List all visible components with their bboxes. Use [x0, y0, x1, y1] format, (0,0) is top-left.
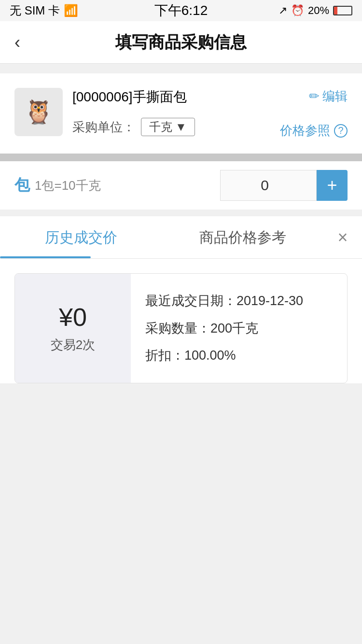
price-reference-button[interactable]: 价格参照 ?	[280, 122, 348, 139]
product-unit-row: 采购单位： 千克 ▼	[72, 118, 195, 136]
product-actions: ✏ 编辑 价格参照 ?	[280, 88, 348, 139]
history-card: ¥0 交易2次 最近成交日期：2019-12-30 采购数量：200千克 折扣：…	[14, 273, 348, 383]
price-ref-info-icon: ?	[334, 124, 348, 138]
tab-history-price[interactable]: 历史成交价	[0, 216, 162, 259]
battery-bar	[333, 6, 352, 15]
product-left: 🦉 [0000006]手撕面包 采购单位： 千克 ▼	[14, 88, 195, 136]
purchase-qty-label: 采购数量：	[145, 321, 210, 336]
status-bar: 无 SIM 卡 📶 下午6:12 ↗ ⏰ 20%	[0, 0, 362, 21]
page-title: 填写商品采购信息	[115, 31, 247, 54]
battery-text: 20%	[308, 4, 329, 17]
history-price-panel: ¥0 交易2次	[15, 274, 131, 383]
package-icon: 包	[14, 175, 30, 196]
quantity-input[interactable]	[220, 170, 317, 201]
dropdown-icon: ▼	[175, 120, 187, 134]
tab-bar: 历史成交价 商品价格参考 ×	[0, 216, 362, 259]
quantity-row: 包 1包=10千克 +	[0, 161, 362, 210]
history-price-value: ¥0	[59, 303, 87, 332]
back-button[interactable]: ‹	[14, 32, 43, 53]
battery-indicator	[333, 6, 352, 15]
quantity-label: 包 1包=10千克	[14, 175, 101, 196]
quantity-controls: +	[220, 170, 348, 201]
recent-date-label: 最近成交日期：	[145, 294, 237, 308]
battery-fill	[334, 7, 337, 14]
product-id: [0000006]	[72, 89, 133, 104]
status-right-group: ↗ ⏰ 20%	[278, 4, 352, 17]
product-logo-icon: 🦉	[24, 98, 53, 126]
close-panel-button[interactable]: ×	[323, 216, 362, 259]
nav-bar: ‹ 填写商品采购信息	[0, 21, 362, 64]
discount-label: 折扣：	[145, 348, 184, 363]
product-info: [0000006]手撕面包 采购单位： 千克 ▼	[72, 88, 195, 136]
status-carrier: 无 SIM 卡 📶	[10, 3, 78, 18]
carrier-text: 无 SIM 卡	[10, 3, 60, 18]
history-transaction-count: 交易2次	[51, 336, 95, 353]
history-details-panel: 最近成交日期：2019-12-30 采购数量：200千克 折扣：100.00%	[131, 274, 347, 383]
discount-value: 100.00%	[184, 348, 236, 363]
recent-date-value: 2019-12-30	[237, 294, 303, 308]
main-content-area	[0, 398, 362, 644]
status-time: 下午6:12	[154, 1, 208, 20]
product-title: 手撕面包	[133, 89, 187, 104]
tab-active-indicator	[0, 256, 91, 258]
bottom-panel: 历史成交价 商品价格参考 × ¥0 交易2次 最近成交日期：2019-12-30…	[0, 216, 362, 383]
price-ref-label: 价格参照	[280, 122, 330, 139]
recent-date-row: 最近成交日期：2019-12-30	[145, 291, 333, 311]
product-name: [0000006]手撕面包	[72, 88, 195, 106]
product-header: 🦉 [0000006]手撕面包 采购单位： 千克 ▼ ✏ 编辑	[14, 88, 348, 139]
purchase-qty-row: 采购数量：200千克	[145, 319, 333, 338]
discount-row: 折扣：100.00%	[145, 346, 333, 365]
unit-label: 采购单位：	[72, 119, 135, 136]
tab-price-reference[interactable]: 商品价格参考	[162, 216, 323, 259]
unit-badge[interactable]: 千克 ▼	[141, 118, 195, 136]
edit-icon: ✏	[309, 89, 320, 104]
divider	[0, 154, 362, 161]
edit-button[interactable]: ✏ 编辑	[309, 88, 348, 105]
product-thumbnail: 🦉	[14, 88, 63, 136]
product-card: 🦉 [0000006]手撕面包 采购单位： 千克 ▼ ✏ 编辑	[0, 73, 362, 154]
edit-label: 编辑	[322, 88, 348, 105]
quantity-plus-button[interactable]: +	[317, 170, 348, 201]
purchase-qty-value: 200千克	[210, 321, 258, 336]
wifi-icon: 📶	[64, 4, 78, 17]
unit-value: 千克	[149, 119, 172, 135]
alarm-icon: ⏰	[291, 4, 304, 17]
location-icon: ↗	[278, 4, 287, 17]
conversion-note: 1包=10千克	[35, 177, 101, 194]
